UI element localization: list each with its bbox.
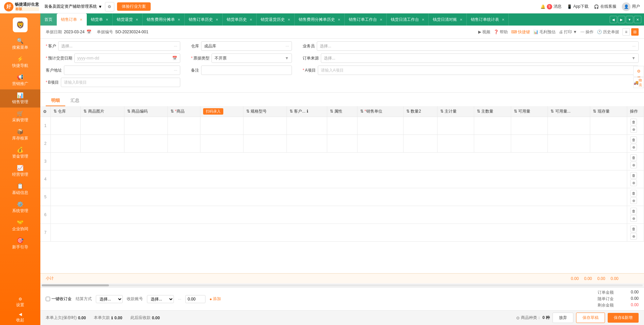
sidebar-item-basic-info[interactable]: 📋 基础信息	[0, 180, 40, 198]
col-attr[interactable]: ⇅ 属性	[327, 106, 357, 117]
tab-close-icon-5[interactable]: ✕	[216, 18, 218, 22]
row-1-available2[interactable]	[548, 117, 590, 135]
logistics-float-btn[interactable]: 🚚 物流	[633, 77, 644, 88]
tab-return-history[interactable]: 销货退货历史 ✕	[257, 13, 295, 26]
help-btn[interactable]: ❓ 帮助	[494, 29, 508, 35]
settings-float-btn[interactable]: ⚙ 设置	[633, 66, 644, 77]
customer-input[interactable]: 选择... ···	[58, 41, 180, 51]
sidebar-item-inventory[interactable]: 📦 库存核算	[0, 126, 40, 144]
row-2-current[interactable]	[590, 135, 627, 153]
row-6-copy-btn[interactable]: ⊕	[630, 215, 637, 222]
sidebar-item-sales[interactable]: 📊 销售管理	[0, 89, 40, 108]
col-customer-code[interactable]: ⇅ 客户... ℹ	[287, 106, 327, 117]
view-video-btn[interactable]: ▶ 视频	[478, 29, 490, 35]
table-wrapper[interactable]: ⚙ ⇅ 仓库 ⇅ 商品图片	[40, 106, 644, 273]
scan-btn[interactable]: 扫码录入	[203, 108, 223, 115]
settings-icon-btn[interactable]: ⚙	[105, 2, 114, 11]
order-source-input[interactable]: 选择... ▼	[321, 53, 639, 63]
col-warehouse[interactable]: ⇅ 仓库	[50, 106, 81, 117]
payment-amount-input[interactable]	[185, 295, 205, 303]
row-1-attr[interactable]	[327, 117, 357, 135]
tab-prev-btn[interactable]: ◀	[610, 16, 617, 23]
tab-order-workbench[interactable]: 销售订单工作台 ✕	[345, 13, 387, 26]
col-main-qty[interactable]: ⇅ 主数量	[474, 106, 511, 117]
tab-sales-return[interactable]: 销货退货 ✕	[113, 13, 143, 26]
row-2-spec[interactable]	[243, 135, 287, 153]
tab-close-icon-2[interactable]: ✕	[106, 18, 108, 22]
sidebar-item-operations[interactable]: 📈 经营管理	[0, 162, 40, 180]
row-4-delete-btn[interactable]: 🗑	[630, 172, 637, 179]
row-2-code[interactable]	[124, 135, 167, 153]
row-1-code[interactable]	[124, 117, 167, 135]
app-download-btn[interactable]: 📱 App下载	[567, 4, 589, 9]
row-2-product[interactable]	[167, 135, 200, 153]
sidebar-item-finance[interactable]: 💰 资金管理	[0, 144, 40, 162]
row-6-delete-btn[interactable]: 🗑	[630, 208, 637, 214]
row-2-qty2[interactable]	[403, 135, 437, 153]
row-2-available[interactable]	[511, 135, 548, 153]
row-1-spec[interactable]	[243, 117, 287, 135]
row-3-delete-btn[interactable]: 🗑	[630, 154, 637, 161]
b-project-input[interactable]: 请输入B项目	[61, 78, 180, 87]
tab-close-icon-9[interactable]: ✕	[380, 18, 382, 22]
delivery-date-input[interactable]: yyyy-mm-dd 📅	[74, 53, 180, 63]
col-scan[interactable]: 扫码录入	[200, 106, 243, 117]
row-1-copy-btn[interactable]: ⊕	[630, 126, 637, 133]
account-select[interactable]: 选择...	[147, 295, 174, 303]
horizontal-scrollbar[interactable]	[40, 283, 644, 287]
row-1-customer-code[interactable]	[287, 117, 327, 135]
tab-menu-btn[interactable]: ▼	[626, 16, 633, 23]
sidebar-collapse-btn[interactable]: ◀ 收起	[0, 310, 40, 325]
col-main-unit[interactable]: ⇅ 主计量	[437, 106, 474, 117]
tab-close-icon-11[interactable]: ✕	[460, 18, 462, 22]
tab-sales-invoice[interactable]: 销货单 ✕	[87, 13, 113, 26]
tab-fee-history[interactable]: 销售费用分摊单历史 ✕	[295, 13, 345, 26]
one-click-checkbox[interactable]	[46, 297, 50, 301]
tab-sales-order-history[interactable]: 销售订单历史 ✕	[185, 13, 223, 26]
col-product-img[interactable]: ⇅ 商品图片	[81, 106, 124, 117]
industry-btn[interactable]: 体验行业方案	[117, 2, 151, 11]
row-3-copy-btn[interactable]: ⊕	[630, 162, 637, 168]
sidebar-item-guide[interactable]: 🎯 新手引导	[0, 235, 40, 253]
row-2-main-unit[interactable]	[437, 135, 474, 153]
row-2-copy-btn[interactable]: ⊕	[630, 144, 637, 151]
col-product[interactable]: ⇅ *商品	[167, 106, 200, 117]
sidebar-item-enterprise[interactable]: 🤝 企业协同	[0, 216, 40, 235]
notice-btn[interactable]: 🔔 9 消息	[540, 4, 562, 9]
col-settings[interactable]: ⚙	[40, 106, 50, 117]
notes-input[interactable]	[201, 66, 292, 75]
sidebar-item-quick-nav[interactable]: ⚡ 快捷导航	[0, 53, 40, 71]
row-5-delete-btn[interactable]: 🗑	[630, 190, 637, 197]
save-draft-btn[interactable]: 保存草稿	[576, 313, 605, 323]
tab-close-icon[interactable]: ✕	[80, 18, 82, 22]
tab-reconcile[interactable]: 钱货日清对账 ✕	[429, 13, 467, 26]
tab-close-icon-4[interactable]: ✕	[178, 18, 180, 22]
tab-home[interactable]: 首页	[40, 13, 57, 26]
detail-tab-summary[interactable]: 汇总	[65, 95, 85, 106]
a-project-input[interactable]: 请输入A项目	[318, 66, 639, 75]
add-payment-btn[interactable]: ● 添加	[210, 296, 221, 302]
discard-btn[interactable]: 放弃	[553, 313, 573, 323]
tab-sales-fee[interactable]: 销售费用分摊单 ✕	[143, 13, 185, 26]
sidebar-item-marketing[interactable]: 📢 营销推广	[0, 71, 40, 89]
row-2-warehouse[interactable]	[50, 135, 81, 153]
row-1-current[interactable]	[590, 117, 627, 135]
user-menu[interactable]: 👤 用户	[622, 2, 640, 11]
staff-input[interactable]: 选择... ···	[317, 41, 639, 51]
row-1-qty2[interactable]	[403, 117, 437, 135]
tab-invoice-history[interactable]: 销货单历史 ✕	[223, 13, 257, 26]
print-btn[interactable]: 🖨 打印 ▼	[559, 29, 577, 35]
tab-close-icon-12[interactable]: ✕	[502, 18, 504, 22]
sidebar-item-system[interactable]: ⚙️ 系统管理	[0, 198, 40, 216]
detail-tab-detail[interactable]: 明细	[46, 95, 65, 106]
col-qty2[interactable]: ⇅ 数量2	[403, 106, 437, 117]
tab-close-icon-10[interactable]: ✕	[422, 18, 424, 22]
history-btn[interactable]: 🕐 历史单据	[597, 29, 619, 35]
tab-close-icon-3[interactable]: ✕	[136, 18, 138, 22]
warehouse-input[interactable]: 成品库 ···	[201, 41, 292, 51]
col-current-stock[interactable]: ⇅ 现存量	[590, 106, 627, 117]
row-2-attr[interactable]	[327, 135, 357, 153]
row-7-copy-btn[interactable]: ⊕	[630, 233, 637, 240]
row-2-customer-code[interactable]	[287, 135, 327, 153]
sidebar-settings-btn[interactable]: ⚙ 设置	[0, 295, 40, 310]
